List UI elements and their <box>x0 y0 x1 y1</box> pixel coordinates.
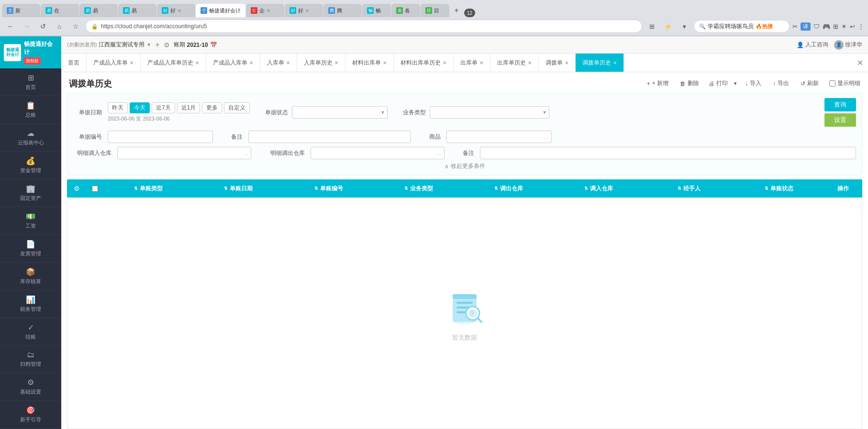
tab-close-icon[interactable]: ✕ <box>565 60 568 66</box>
company-selector[interactable]: (勿删勿篡用) 江西服宝测试专用 ▼ <box>67 41 151 49</box>
browser-tab-11[interactable]: 各 各 <box>391 4 420 17</box>
tab-close-icon[interactable]: ✕ <box>130 60 134 66</box>
tab-close[interactable]: ✕ <box>178 8 181 13</box>
tab-close[interactable]: ✕ <box>305 8 309 13</box>
page-tab-out[interactable]: 出库单 ✕ <box>454 54 490 72</box>
browser-tab-9[interactable]: 腾 腾 <box>323 4 362 17</box>
print-dropdown-button[interactable]: ▾ <box>733 78 738 89</box>
delete-button[interactable]: 🗑 删除 <box>675 77 704 90</box>
refresh-browser-button[interactable]: ↺ <box>36 20 50 33</box>
doc-number-input[interactable] <box>108 131 213 143</box>
tab-close-icon[interactable]: ✕ <box>443 60 446 66</box>
tab-close-icon[interactable]: ✕ <box>195 60 199 66</box>
set-button[interactable]: 设置 <box>824 113 856 127</box>
user-button[interactable]: 👤 徐泽华 <box>834 40 862 50</box>
browser-tab-5[interactable]: 好 好 ✕ <box>157 4 195 17</box>
sidebar-item-cloud[interactable]: ☁ 云报表中心 <box>0 124 61 152</box>
export-button[interactable]: ↑ 导出 <box>768 77 794 90</box>
sidebar-item-guide[interactable]: 🎯 新手引导 <box>0 401 61 429</box>
page-tab-transfer[interactable]: 调拨单 ✕ <box>539 54 576 72</box>
page-tab-out-history[interactable]: 出库单历史 ✕ <box>490 54 539 72</box>
add-company-button[interactable]: + <box>155 41 159 49</box>
display-toggle-checkbox[interactable] <box>829 80 835 87</box>
date-more-btn[interactable]: 更多 <box>202 102 222 113</box>
sidebar-item-tax[interactable]: 📊 税务管理 <box>0 290 61 318</box>
th-doc-type[interactable]: ⇅ 单账类型 <box>103 185 193 193</box>
browser-tab-12[interactable]: 目 目 <box>421 4 449 17</box>
browser-lightning-btn[interactable]: ⚡ <box>661 20 675 33</box>
goods-more-icon[interactable]: … <box>544 134 549 140</box>
home-button[interactable]: ⌂ <box>53 20 66 33</box>
tab-close-icon[interactable]: ✕ <box>334 60 338 66</box>
print-button[interactable]: 🖨 打印 <box>706 77 731 90</box>
tab-close-icon[interactable]: ✕ <box>383 60 387 66</box>
tab-close-icon[interactable]: ✕ <box>528 60 532 66</box>
game-icon[interactable]: 🎮 <box>823 23 830 30</box>
detail-out-more-icon[interactable]: … <box>436 150 442 156</box>
address-bar[interactable]: 🔒 https://cloud.chanjet.com/accounting/u… <box>85 20 642 33</box>
period-selector[interactable]: 账期 2021-10 📅 <box>174 41 217 49</box>
tab-add-btn[interactable]: + <box>450 4 463 17</box>
browser-tab-active[interactable]: 个 畅捷通好会计 <box>196 4 245 17</box>
tab-close-icon[interactable]: ✕ <box>479 60 483 66</box>
refresh-page-button[interactable]: ↺ 刷新 <box>796 77 823 90</box>
detail-out-input[interactable] <box>311 147 445 159</box>
browser-tab-8[interactable]: 好 好 ✕ <box>285 4 323 17</box>
browser-tab-3[interactable]: 易 易 <box>79 4 118 17</box>
tab-close[interactable]: ✕ <box>267 8 270 13</box>
translate-icon[interactable]: 译 <box>801 22 811 31</box>
th-doc-date[interactable]: ⇅ 单账日期 <box>193 185 283 193</box>
th-handler[interactable]: ⇅ 经手人 <box>644 185 734 193</box>
browser-tab-1[interactable]: 文 新 <box>2 4 40 17</box>
date-today-btn[interactable]: 今天 <box>130 102 150 113</box>
business-type-select[interactable] <box>430 106 549 119</box>
sidebar-item-wage[interactable]: 💵 工资 <box>0 207 61 235</box>
sidebar-item-settings[interactable]: ⚙ 基础设置 <box>0 373 61 401</box>
browser-tab-7[interactable]: C 企 ✕ <box>246 4 284 17</box>
page-tab-product-in-history[interactable]: 产成品入库单历史 ✕ <box>141 54 206 72</box>
tab-close-icon[interactable]: ✕ <box>613 60 617 66</box>
sidebar-item-home[interactable]: ⊞ 首页 <box>0 68 61 96</box>
page-tab-in[interactable]: 入库单 ✕ <box>260 54 297 72</box>
date-7days-btn[interactable]: 近7天 <box>152 102 175 113</box>
sidebar-item-inventory[interactable]: 📦 库存核算 <box>0 263 61 290</box>
browser-dropdown-btn[interactable]: ▾ <box>678 20 691 33</box>
browser-tab-4[interactable]: 易 易 <box>118 4 156 17</box>
grid-icon[interactable]: ⊞ <box>833 23 838 30</box>
undo-icon[interactable]: ↩ <box>850 23 855 30</box>
collapse-row[interactable]: ∧ 收起更多条件 <box>73 159 856 170</box>
page-tab-in-history[interactable]: 入库单历史 ✕ <box>297 54 345 72</box>
import-button[interactable]: ↓ 导入 <box>740 77 766 90</box>
select-all-checkbox[interactable] <box>92 186 98 192</box>
shield-icon[interactable]: 🛡 <box>813 23 820 30</box>
th-settings[interactable]: ⚙ <box>67 185 86 192</box>
sun-icon[interactable]: ☀ <box>841 23 847 30</box>
page-tab-material-out-history[interactable]: 材料出库单历史 ✕ <box>394 54 454 72</box>
bookmark-button[interactable]: ☆ <box>69 20 82 33</box>
new-button[interactable]: + + 新增 <box>642 77 673 90</box>
detail-in-more-icon[interactable]: … <box>243 150 248 156</box>
sidebar-item-invoice[interactable]: 📄 发票管理 <box>0 235 61 263</box>
sidebar-item-archive[interactable]: 🗂 归档管理 <box>0 346 61 373</box>
th-transfer-in[interactable]: ⇅ 调入仓库 <box>554 185 644 193</box>
th-biz-type[interactable]: ⇅ 业务类型 <box>374 185 464 193</box>
note-input[interactable] <box>248 131 411 143</box>
back-button[interactable]: ← <box>4 20 17 33</box>
browser-tab-2[interactable]: 易 在 <box>41 4 79 17</box>
sidebar-item-fund[interactable]: 💰 资金管理 <box>0 152 61 179</box>
status-select[interactable] <box>292 106 388 119</box>
browser-menu-btn[interactable]: ⊞ <box>645 20 658 33</box>
page-tab-product-in[interactable]: 产成品入库单 ✕ <box>87 54 141 72</box>
page-tab-home[interactable]: 首页 <box>61 54 87 72</box>
sidebar-item-fixed-asset[interactable]: 🏢 固定资产 <box>0 179 61 207</box>
date-1month-btn[interactable]: 近1月 <box>177 102 200 113</box>
date-custom-btn[interactable]: 自定义 <box>224 102 250 113</box>
goods-input[interactable] <box>446 131 552 143</box>
page-tab-product-in2[interactable]: 产成品入库单 ✕ <box>206 54 260 72</box>
page-close-all-button[interactable]: ✕ <box>852 58 868 67</box>
more-options-icon[interactable]: ⋮ <box>858 23 864 30</box>
note2-input[interactable] <box>480 147 856 159</box>
browser-tab-10[interactable]: 畅 畅 <box>362 4 391 17</box>
tab-close-icon[interactable]: ✕ <box>249 60 253 66</box>
date-yesterday-btn[interactable]: 昨天 <box>108 102 128 113</box>
